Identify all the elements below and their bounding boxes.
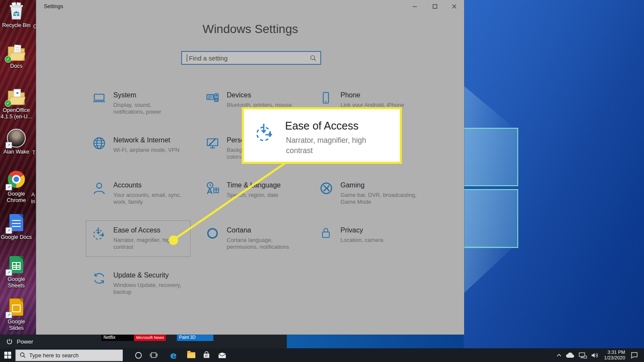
desktop-icon-recycle-bin[interactable]: Recycle Bin xyxy=(0,2,33,29)
settings-category-cortana[interactable]: CortanaCortana language, permissions, no… xyxy=(206,226,304,250)
mail-button[interactable] xyxy=(214,348,230,362)
mail-icon xyxy=(218,352,226,359)
shortcut-arrow-badge: ↗ xyxy=(6,269,12,276)
callout-subtitle: Narrator, magnifier, high contrast xyxy=(286,135,383,156)
category-subtitle: Windows Update, recovery, backup xyxy=(113,282,183,296)
start-tile-netflix[interactable]: Netflix xyxy=(101,334,135,341)
category-title: Gaming xyxy=(340,181,417,189)
screen: Recycle Bin ✓Docs ✓OpenOffice 4.1.5 (en-… xyxy=(0,0,644,362)
ease-of-access-callout: Ease of Access Narrator, magnifier, high… xyxy=(242,107,402,164)
tray-expand-button[interactable] xyxy=(554,348,564,362)
category-title: Privacy xyxy=(340,226,409,234)
clock[interactable]: 3:31 PM 1/23/2020 xyxy=(601,350,629,361)
store-icon xyxy=(203,351,210,359)
power-icon xyxy=(6,338,12,344)
settings-category-system[interactable]: SystemDisplay, sound, notifications, pow… xyxy=(92,91,183,115)
search-icon xyxy=(310,55,316,61)
desktop-icon-label: OpenOffice 4.1.5 (en-U... xyxy=(0,107,33,120)
occluded-label-fragment: T xyxy=(32,150,35,156)
privacy-icon xyxy=(319,226,335,244)
category-title: Network & Internet xyxy=(113,136,187,144)
start-tile-microsoft-news[interactable]: Microsoft News xyxy=(134,334,166,341)
desktop-icon-google-slides[interactable]: ↗Google Slides xyxy=(0,298,33,332)
shortcut-arrow-badge: ↗ xyxy=(6,312,12,318)
desktop-icon-google-chrome[interactable]: ↗Google Chrome xyxy=(0,170,33,204)
wallpaper-gap xyxy=(287,335,464,348)
category-title: System xyxy=(113,91,183,99)
settings-category-devices[interactable]: DevicesBluetooth, printers, mouse xyxy=(206,91,304,109)
file-explorer-icon xyxy=(187,352,195,358)
settings-window: Settings Windows Settings SystemDisplay,… xyxy=(36,0,464,335)
start-tile-paint-3d[interactable]: Paint 3D xyxy=(177,334,213,341)
shortcut-arrow-badge: ↗ xyxy=(6,227,12,234)
category-subtitle: Speech, region, date xyxy=(227,192,300,199)
close-button[interactable] xyxy=(445,0,464,13)
shortcut-arrow-badge: ↗ xyxy=(6,142,12,148)
volume-icon xyxy=(591,352,598,359)
cortana-icon xyxy=(206,226,221,250)
action-center-icon xyxy=(631,352,638,359)
start-icon xyxy=(4,352,11,359)
desktop-icon-docs[interactable]: ✓Docs xyxy=(0,43,33,69)
desktop-icon-alan-wake[interactable]: ↗Alan Wake xyxy=(0,128,33,155)
minimize-button[interactable] xyxy=(405,0,424,13)
text-caret xyxy=(187,54,187,62)
settings-category-accounts[interactable]: AccountsYour accounts, email, sync, work… xyxy=(92,181,186,205)
desktop-icon-label: Docs xyxy=(0,63,33,69)
power-label: Power xyxy=(17,338,33,345)
cortana-icon xyxy=(135,352,142,359)
settings-category-ease-of-access[interactable]: Ease of AccessNarrator, magnifier, high … xyxy=(92,226,174,250)
settings-category-phone[interactable]: PhoneLink your Android, iPhone xyxy=(319,91,419,109)
shortcut-arrow-badge: ↗ xyxy=(6,184,12,190)
desktop-icon-label: Google Sheets xyxy=(0,276,33,289)
desktop-wallpaper xyxy=(464,0,644,348)
desktop-icon-label: Google Slides xyxy=(0,319,33,332)
category-title: Time & Language xyxy=(227,181,300,189)
cortana-button[interactable] xyxy=(131,348,146,362)
onedrive-cloud-icon xyxy=(566,353,574,358)
network-status-button[interactable] xyxy=(577,348,589,362)
synced-check-badge: ✓ xyxy=(5,100,12,107)
search-icon xyxy=(20,352,26,358)
volume-button[interactable] xyxy=(589,348,601,362)
category-subtitle: Location, camera xyxy=(340,237,409,244)
category-title: Update & Security xyxy=(113,272,183,279)
category-subtitle: Cortana language, permissions, notificat… xyxy=(227,237,304,250)
file-explorer-button[interactable] xyxy=(183,348,199,362)
network-icon xyxy=(579,352,587,359)
settings-category-update-security[interactable]: Update & SecurityWindows Update, recover… xyxy=(92,272,183,296)
desktop-icon-label: Google Docs xyxy=(0,234,33,241)
accounts-icon xyxy=(92,181,108,205)
ease-of-access-icon xyxy=(92,226,108,250)
maximize-button[interactable] xyxy=(425,0,444,13)
power-button[interactable]: Power xyxy=(0,337,33,346)
settings-category-privacy[interactable]: PrivacyLocation, camera xyxy=(319,226,409,244)
settings-search-input[interactable] xyxy=(188,54,310,62)
store-button[interactable] xyxy=(199,348,214,362)
ease-of-access-icon xyxy=(255,122,275,144)
desktop-icon-openoffice[interactable]: ✓OpenOffice 4.1.5 (en-U... xyxy=(0,87,33,120)
category-subtitle: Display, sound, notifications, power xyxy=(113,102,183,115)
action-center-button[interactable] xyxy=(629,348,644,362)
desktop-icon-google-docs[interactable]: ↗Google Docs xyxy=(0,214,33,241)
windows-logo-pane xyxy=(464,189,518,248)
desktop-icon-google-sheets[interactable]: ↗Google Sheets xyxy=(0,256,33,289)
wallpaper-light-ray xyxy=(464,246,514,293)
settings-category-gaming[interactable]: GamingGame bar, DVR, broadcasting, Game … xyxy=(319,181,417,205)
taskbar-search-input[interactable] xyxy=(28,352,122,359)
settings-category-time-language[interactable]: Time & LanguageSpeech, region, date xyxy=(206,181,300,199)
tray-date: 1/23/2020 xyxy=(604,355,625,361)
task-view-button[interactable] xyxy=(146,348,161,362)
tray-time: 3:31 PM xyxy=(604,350,625,355)
start-button[interactable] xyxy=(0,348,15,362)
category-title: Cortana xyxy=(227,226,304,234)
settings-category-network-internet[interactable]: Network & InternetWi-Fi, airplane mode, … xyxy=(92,136,187,154)
window-title: Settings xyxy=(44,3,63,9)
phone-icon xyxy=(319,91,335,109)
onedrive-button[interactable] xyxy=(564,348,577,362)
system-icon xyxy=(92,91,108,115)
taskbar-search-box[interactable] xyxy=(15,350,123,361)
synced-check-badge: ✓ xyxy=(5,56,12,63)
settings-search-box[interactable] xyxy=(181,51,321,65)
edge-button[interactable]: e xyxy=(166,348,181,362)
